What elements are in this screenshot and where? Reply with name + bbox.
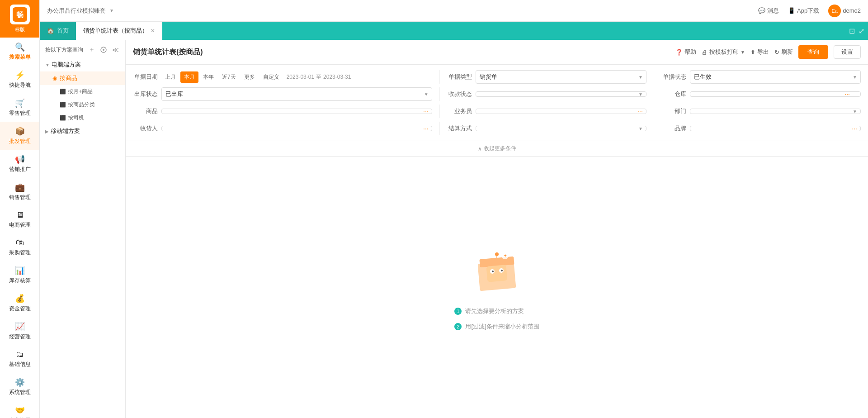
step-num-2: 2 [454,323,462,330]
empty-step1-label: 请先选择要分析的方案 [465,305,524,317]
filter-goods: 商品 ··· [133,107,432,115]
export-button[interactable]: ⬆ 导出 [750,48,769,56]
tree-mobile: ▶ 移动端方案 [40,124,125,138]
tree-arrow-icon: ▼ [45,62,50,67]
refresh-button[interactable]: ↻ 刷新 [774,48,793,56]
top-nav: 办公用品行业模拟账套 ▼ 💬 消息 📱 App下载 Ea demo2 [40,0,868,22]
sidebar-item-enterprise[interactable]: 🤝 企业协同 [0,401,39,418]
warehouse-dots-icon[interactable]: ··· [844,90,850,98]
help-button[interactable]: ❓ 帮助 [675,48,696,56]
user-action[interactable]: Ea demo2 [828,5,861,17]
receiver-label: 收货人 [133,124,158,133]
left-panel-header: 按以下方案查询 ＋ ≪ [40,45,125,58]
goods-select[interactable] [161,109,432,114]
brand-select[interactable] [690,126,861,131]
tab-home[interactable]: 🏠 首页 [40,22,76,40]
tab-maximize-icon[interactable]: ⤢ [859,27,864,35]
collapse-bar[interactable]: ∧ 收起更多条件 [126,141,868,157]
tree-parent-mobile[interactable]: ▶ 移动端方案 [40,124,125,138]
receiver-select[interactable] [161,126,432,131]
sidebar-item-purchase[interactable]: 🛍 采购管理 [0,233,39,261]
finance-icon: 💰 [15,294,25,304]
brand-dots-icon[interactable]: ··· [852,125,857,132]
doc-status-select[interactable]: 已生效 [690,70,861,84]
add-scheme-button[interactable]: ＋ [87,45,96,54]
sidebar-item-marketing[interactable]: 📢 营销推广 [0,150,39,178]
empty-state: ✦ 1 请先选择要分析的方案 [126,157,868,418]
date-btn-7days[interactable]: 近7天 [218,71,240,83]
settings-button[interactable]: 设置 [834,45,861,59]
doc-type-select[interactable]: 销货单 [476,70,646,84]
export-icon: ⬆ [750,49,755,56]
sales-icon: 💼 [15,182,25,192]
message-icon: 💬 [758,7,765,14]
salesman-dots-icon[interactable]: ··· [637,108,643,115]
edit-scheme-button[interactable] [99,45,108,54]
department-select[interactable] [690,109,861,114]
operation-icon: 📈 [15,322,25,332]
sub-icon-2: ⬛ [60,102,66,108]
tree-sub-by-cashier[interactable]: ⬛ 按司机 [40,111,125,124]
svg-point-11 [492,271,494,272]
sidebar-item-ecommerce[interactable]: 🖥 电商管理 [0,206,39,233]
tab-close-icon[interactable]: ✕ [151,28,155,34]
date-btn-this-month[interactable]: 本月 [180,71,198,83]
receiver-dots-icon[interactable]: ··· [423,125,429,132]
date-btn-custom[interactable]: 自定义 [259,71,283,83]
sidebar-item-search[interactable]: 🔍 搜索菜单 [0,38,39,66]
page-title: 销货单统计表(按商品) [133,48,675,57]
collapse-panel-button[interactable]: ≪ [111,45,120,54]
sidebar-item-operation[interactable]: 📈 经营管理 [0,317,39,345]
print-icon: 🖨 [702,49,708,56]
sub-icon-1: ⬛ [60,89,66,95]
industry-selector[interactable]: 办公用品行业模拟账套 ▼ [47,7,114,15]
tree-parent-desktop[interactable]: ▼ 电脑端方案 [40,58,125,71]
marketing-icon: 📢 [15,154,25,164]
date-btn-last-month[interactable]: 上月 [161,71,179,83]
goods-dots-icon[interactable]: ··· [423,108,429,115]
message-label: 消息 [767,7,779,15]
filter-row-2: 出库状态 已出库 ▼ 收款状态 [133,87,861,101]
payment-status-select[interactable] [476,91,646,97]
date-btn-this-year[interactable]: 本年 [199,71,217,83]
sidebar-item-finance[interactable]: 💰 资金管理 [0,289,39,317]
sidebar-quicknav-label: 快捷导航 [9,81,31,89]
tree-child-by-goods[interactable]: ◉ 按商品 [40,71,125,85]
inventory-icon: 📊 [15,266,25,276]
filter-area: 单据日期 上月 本月 本年 近7天 更多 自定义 2023-03-01 至 [126,65,868,141]
doc-status-control: 已生效 ▼ [690,70,861,84]
stock-status-select[interactable]: 已出库 [161,87,432,101]
stock-status-control: 已出库 ▼ [161,87,432,101]
app-subtitle: 标版 [15,26,25,33]
sidebar-item-sales[interactable]: 💼 销售管理 [0,178,39,206]
print-button[interactable]: 🖨 按模板打印 ▼ [702,48,745,56]
app-download-action[interactable]: 📱 App下载 [788,7,819,15]
help-icon: ❓ [675,49,683,56]
filter-divider-5 [439,104,440,118]
sidebar-item-inventory[interactable]: 📊 库存核算 [0,261,39,289]
svg-point-3 [103,49,104,51]
goods-control: ··· [161,109,432,114]
payment-method-select[interactable] [476,126,646,131]
sub-icon-3: ⬛ [60,115,66,121]
warehouse-select[interactable] [690,91,861,97]
query-button[interactable]: 查询 [798,45,828,59]
sidebar-item-quicknav[interactable]: ⚡ 快捷导航 [0,66,39,94]
app-download-label: App下载 [797,7,819,15]
message-action[interactable]: 💬 消息 [758,7,779,15]
app-logo: 畅 标版 [0,0,39,38]
sidebar-item-wholesale[interactable]: 📦 批发管理 [0,122,39,150]
sidebar-item-retail[interactable]: 🛒 零售管理 [0,94,39,122]
tab-minimize-icon[interactable]: ⊡ [849,27,855,35]
industry-label: 办公用品行业模拟账套 [47,7,106,15]
filter-divider-3 [439,87,440,101]
date-btn-more[interactable]: 更多 [241,71,259,83]
sidebar-item-basic[interactable]: 🗂 基础信息 [0,345,39,373]
tree-sub-by-goods-category[interactable]: ⬛ 按商品分类 [40,98,125,111]
tab-report[interactable]: 销货单统计表（按商品） ✕ [76,22,162,40]
sidebar-item-system[interactable]: ⚙️ 系统管理 [0,373,39,401]
tree-desktop: ▼ 电脑端方案 ◉ 按商品 ⬛ 按月+商品 ⬛ 按商品分类 ⬛ 按司机 [40,58,125,124]
tree-sub-by-month-goods[interactable]: ⬛ 按月+商品 [40,85,125,98]
svg-text:✦: ✦ [503,253,507,258]
salesman-select[interactable] [476,109,646,114]
